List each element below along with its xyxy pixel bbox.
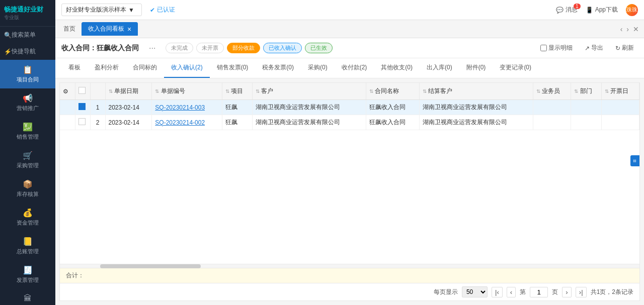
inner-tab-8[interactable]: 其他收支(0)	[374, 58, 420, 78]
app-download-btn[interactable]: 📱 App下载	[586, 6, 618, 14]
messages-btn[interactable]: 💬 1 消息	[556, 6, 578, 14]
salesman-cell	[533, 115, 571, 130]
search-menu-label: 搜索菜单	[12, 31, 36, 39]
sidebar-item-1[interactable]: 📢营销推广	[0, 88, 55, 117]
inner-tab-1[interactable]: 盈利分析	[88, 58, 126, 78]
tab-contract-board[interactable]: 收入合同看板 ×	[82, 22, 138, 36]
sort-icon-6: ⇅	[423, 88, 427, 94]
sort-icon-2: ⇅	[155, 88, 159, 94]
dept-col-header: ⇅ 部门	[571, 83, 601, 100]
inner-tab-9[interactable]: 出入库(0)	[420, 58, 459, 78]
tab-close-all-btn[interactable]: ✕	[632, 24, 640, 34]
show-detail-checkbox[interactable]: 显示明细	[536, 42, 577, 54]
sidebar-label-6: 总账管理	[17, 248, 39, 255]
inner-tab-7[interactable]: 收付款(2)	[335, 58, 374, 78]
search-menu[interactable]: 🔍 搜索菜单	[0, 27, 55, 43]
invoice-date-cell	[601, 100, 639, 115]
sidebar-icon-8: 🏛	[24, 294, 32, 303]
sidebar-item-5[interactable]: 💰资金管理	[0, 203, 55, 232]
select-all-checkbox[interactable]	[78, 87, 86, 94]
order-no-cell[interactable]: SQ-20230214-002	[152, 115, 222, 130]
page-input[interactable]	[530, 287, 548, 297]
refresh-btn[interactable]: ↻ 刷新	[611, 42, 638, 54]
message-icon: 💬	[556, 7, 564, 14]
inner-tab-4[interactable]: 销售发票(0)	[210, 58, 256, 78]
status-revenue-confirmed[interactable]: 已收入确认	[263, 43, 302, 53]
total-info: 共1页，2条记录	[591, 288, 633, 296]
status-effective[interactable]: 已生效	[305, 43, 333, 53]
page-label-end: 页	[552, 288, 558, 296]
inner-tab-6[interactable]: 采购(0)	[301, 58, 335, 78]
refresh-icon: ↻	[615, 45, 620, 52]
certified-badge: ✔ 已认证	[150, 6, 175, 14]
app-logo-main: 畅捷通好业财	[4, 5, 51, 14]
page-label: 第	[520, 288, 526, 296]
sidebar-item-8[interactable]: 🏛税务管理	[0, 289, 55, 305]
inner-tab-5[interactable]: 税务发票(0)	[255, 58, 301, 78]
more-options-btn[interactable]: ···	[147, 44, 157, 53]
sidebar-item-4[interactable]: 📦库存核算	[0, 174, 55, 203]
status-partial-payment[interactable]: 部分收款	[227, 43, 260, 53]
export-btn[interactable]: ↗ 导出	[581, 42, 607, 54]
detail-checkbox-input[interactable]	[540, 45, 547, 51]
checkbox-col-header	[75, 83, 90, 100]
user-avatar-area[interactable]: 珠珠	[626, 4, 638, 16]
table-row[interactable]: 1 2023-02-14 SQ-20230214-003 狂飙 湖南卫视商业运营…	[60, 100, 639, 115]
scroll-thumb[interactable]	[100, 264, 201, 268]
app-download-label: App下载	[595, 6, 618, 14]
page-title: 收入合同：狂飙收入合同	[61, 44, 139, 53]
quick-nav[interactable]: ⚡ 快捷导航	[0, 43, 55, 60]
sidebar-label-3: 采购管理	[17, 162, 39, 169]
side-panel-btn[interactable]: ≡	[630, 155, 639, 166]
settings-col-header: ⚙	[60, 83, 75, 100]
project-col-header: ⇅ 项目	[222, 83, 252, 100]
sidebar-item-6[interactable]: 📒总账管理	[0, 232, 55, 260]
settings-cell	[60, 115, 75, 130]
inner-tab-2[interactable]: 合同标的	[126, 58, 164, 78]
home-label: 首页	[63, 25, 75, 32]
sidebar-item-3[interactable]: 🛒采购管理	[0, 146, 55, 174]
company-selector[interactable]: 好业财专业版演示样本 ▼	[61, 4, 142, 16]
contract-cell: 狂飙收入合同	[366, 115, 420, 130]
order-no-cell[interactable]: SQ-20230214-003	[152, 100, 222, 115]
inner-tab-0[interactable]: 看板	[61, 58, 88, 78]
tab-prev-btn[interactable]: ‹	[619, 24, 624, 34]
sort-icon-9: ⇅	[605, 88, 609, 94]
sidebar-item-7[interactable]: 🧾发票管理	[0, 260, 55, 289]
tab-home[interactable]: 首页	[59, 23, 79, 35]
tabs-bar: 首页 收入合同看板 × ‹ › ✕	[55, 20, 644, 38]
horizontal-scrollbar[interactable]	[60, 264, 639, 268]
first-page-btn[interactable]: |‹	[492, 287, 503, 297]
dropdown-icon: ▼	[128, 7, 134, 14]
last-page-btn[interactable]: ›|	[576, 287, 587, 297]
settle-customer-col-header: ⇅ 结算客户	[420, 83, 533, 100]
order-no-col-header: ⇅ 单据编号	[152, 83, 222, 100]
customer-cell: 湖南卫视商业运营发展有限公司	[253, 100, 366, 115]
sidebar-icon-5: 💰	[23, 208, 33, 218]
checkbox-cell[interactable]	[75, 100, 90, 115]
status-uninvoiced[interactable]: 未开票	[196, 43, 224, 53]
checkbox-cell[interactable]	[75, 115, 90, 130]
project-cell: 狂飙	[222, 115, 252, 130]
table-footer: 合计：	[60, 268, 639, 283]
sort-icon-7: ⇅	[536, 88, 540, 94]
prev-page-btn[interactable]: ‹	[507, 287, 516, 297]
settings-icon[interactable]: ⚙	[63, 88, 68, 95]
table-header-row: ⚙ ⇅ 单据日期 ⇅ 单据编	[60, 83, 639, 100]
next-page-btn[interactable]: ›	[562, 287, 571, 297]
inner-tab-11[interactable]: 变更记录(0)	[493, 58, 538, 78]
inner-tab-10[interactable]: 附件(0)	[459, 58, 493, 78]
contract-cell: 狂飙收入合同	[366, 100, 420, 115]
status-incomplete[interactable]: 未完成	[166, 43, 193, 53]
tab-next-btn[interactable]: ›	[625, 24, 630, 34]
table-row[interactable]: 2 2023-02-14 SQ-20230214-002 狂飙 湖南卫视商业运营…	[60, 115, 639, 130]
page-size-select[interactable]: 50 100 200	[462, 286, 488, 297]
inner-tab-3[interactable]: 收入确认(2)	[164, 58, 210, 78]
tab-close-icon[interactable]: ×	[127, 25, 131, 33]
sidebar-icon-6: 📒	[23, 237, 33, 246]
customer-col-header: ⇅ 客户	[253, 83, 366, 100]
sidebar-item-0[interactable]: 📋项目合同	[0, 60, 55, 88]
search-icon: 🔍	[4, 32, 12, 39]
sidebar-item-2[interactable]: 💹销售管理	[0, 117, 55, 146]
sidebar-icon-1: 📢	[23, 93, 33, 103]
